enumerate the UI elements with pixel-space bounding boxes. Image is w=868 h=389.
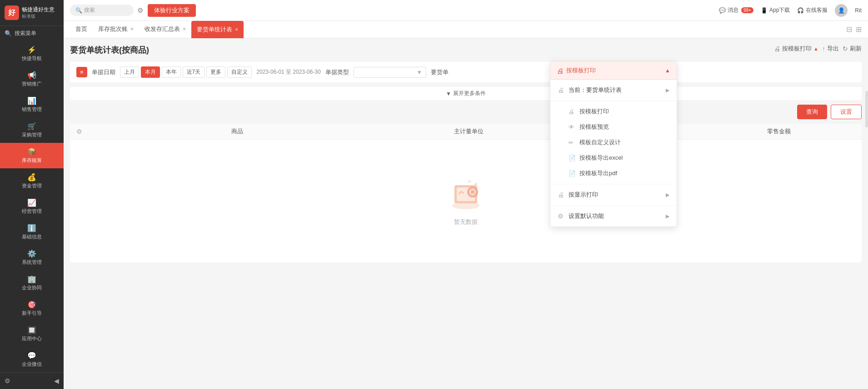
template-custom-icon: ✏ [569, 139, 576, 146]
sidebar-item-quick-nav[interactable]: ⚡ 快捷导航 [0, 41, 64, 66]
date-btn-7days[interactable]: 近7天 [183, 66, 205, 78]
sales-icon: 📊 [27, 96, 36, 105]
main-area: 🔍 搜索 ⚙ 体验行业方案 💬 消息 99+ 📱 App下载 🎧 在线客服 👤 … [64, 0, 868, 389]
dropdown-current-item[interactable]: 🖨 当前：要货单统计表 ▶ [550, 82, 677, 98]
expand-more-bar: ▼ 展开更多条件 [70, 87, 862, 100]
refresh-btn[interactable]: ↻ 刷新 [843, 45, 862, 53]
tab-order-stats[interactable]: 要货单统计表 × [191, 21, 244, 38]
message-badge: 99+ [741, 7, 753, 13]
sidebar-settings-button[interactable]: ⚙ [5, 377, 10, 384]
template-excel-icon: 📄 [569, 155, 576, 162]
sidebar-item-finance[interactable]: 💰 资金管理 [0, 168, 64, 194]
topbar-gear-icon[interactable]: ⚙ [137, 6, 143, 15]
inventory-icon: 📦 [27, 147, 36, 156]
tab-expand-area: ⊟ ⊞ [846, 25, 862, 34]
dropdown-header: 🖨 按模板打印 ▲ [550, 62, 677, 80]
search-icon: 🔍 [5, 30, 12, 37]
tab-close-order-stats[interactable]: × [235, 26, 238, 33]
dropdown-collapse-icon[interactable]: ▲ [665, 67, 670, 74]
date-label: 单据日期 [92, 68, 115, 76]
purchase-icon: 🛒 [27, 122, 36, 131]
content-toolbar: 🖨 按模板打印 ▲ ↑ 导出 ↻ 刷新 [774, 45, 862, 53]
dropdown-template-preview[interactable]: 👁 按模板预览 [550, 119, 677, 135]
current-arrow-icon: ▶ [666, 87, 669, 93]
dropdown-template-print[interactable]: 🖨 按模板打印 [550, 104, 677, 119]
online-service-btn[interactable]: 🎧 在线客服 [797, 6, 828, 14]
tab-batch-account[interactable]: 库存批次账 × [93, 21, 139, 38]
filter-expand-button[interactable]: ≡ [76, 67, 87, 77]
sidebar-item-appstore[interactable]: 🔲 应用中心 [0, 321, 64, 347]
sidebar-item-system[interactable]: ⚙️ 系统管理 [0, 245, 64, 270]
date-btn-more[interactable]: 更多 [206, 66, 225, 78]
dropdown-template-custom[interactable]: ✏ 模板自定义设计 [550, 135, 677, 150]
app-download-btn[interactable]: 📱 App下载 [761, 6, 790, 14]
headset-icon: 🎧 [797, 7, 804, 14]
default-func-arrow-icon: ▶ [666, 213, 669, 219]
sidebar-item-operation[interactable]: 📈 经营管理 [0, 194, 64, 219]
settings-btn[interactable]: 设置 [831, 105, 862, 119]
tab-close-batch-account[interactable]: × [130, 26, 134, 32]
topbar: 🔍 搜索 ⚙ 体验行业方案 💬 消息 99+ 📱 App下载 🎧 在线客服 👤 … [64, 0, 868, 21]
sidebar-item-enterprise[interactable]: 🏢 企业协同 [0, 270, 64, 296]
right-scrollbar[interactable] [865, 91, 868, 127]
current-print-icon: 🖨 [558, 86, 565, 94]
marketing-icon: 📢 [27, 71, 36, 80]
sidebar-item-basic[interactable]: ℹ️ 基础信息 [0, 219, 64, 245]
dropdown-print-icon: 🖨 [557, 67, 564, 75]
sidebar-item-wechat[interactable]: 💬 企业微信 [0, 347, 64, 372]
date-btn-this-month[interactable]: 本月 [141, 66, 160, 78]
tab-home[interactable]: 首页 [70, 21, 93, 38]
dropdown-template-section: 🖨 按模板打印 👁 按模板预览 ✏ 模板自定义设计 📄 按模板导出excel 📄 [550, 101, 677, 184]
chevron-down-icon: ▼ [446, 91, 451, 97]
dropdown-header-controls: ▲ [665, 67, 670, 74]
page-title: 要货单统计表(按商品) [70, 45, 862, 56]
date-btn-this-year[interactable]: 本年 [162, 66, 181, 78]
sidebar-item-purchase[interactable]: 🛒 采购管理 [0, 117, 64, 143]
date-group: 上月 本月 本年 近7天 更多 自定义 [120, 66, 252, 78]
sidebar-nav: ⚡ 快捷导航 📢 营销推广 📊 销售管理 🛒 采购管理 📦 库存核算 💰 资金管… [0, 41, 64, 372]
sidebar-item-inventory[interactable]: 📦 库存核算 [0, 143, 64, 168]
sidebar-collapse-button[interactable]: ◀ [54, 377, 59, 384]
date-range-display: 2023-06-01 至 2023-06-30 [256, 68, 320, 76]
dropdown-display-print[interactable]: 🖨 按显示打印 ▶ [550, 187, 677, 202]
print-icon: 🖨 [774, 45, 780, 52]
sidebar-item-marketing[interactable]: 📢 营销推广 [0, 66, 64, 92]
expand-more-btn[interactable]: ▼ 展开更多条件 [439, 87, 493, 100]
template-print-icon: 🖨 [569, 108, 576, 115]
quick-nav-icon: ⚡ [27, 45, 36, 54]
sidebar-item-guide[interactable]: 🎯 新手引导 [0, 296, 64, 321]
tab-collapse-icon[interactable]: ⊟ [846, 25, 852, 34]
app-name: 畅捷通好生意 标准版 [22, 6, 55, 20]
sidebar-search[interactable]: 🔍 搜索菜单 [0, 26, 64, 41]
query-btn[interactable]: 查询 [797, 105, 827, 119]
dropdown-default-section: ⚙ 设置默认功能 ▶ [550, 206, 677, 227]
print-template-btn[interactable]: 🖨 按模板打印 ▲ [774, 45, 818, 53]
print-chevron-up-icon[interactable]: ▲ [813, 46, 818, 51]
user-avatar[interactable]: 👤 [835, 4, 848, 17]
sidebar-item-sales[interactable]: 📊 销售管理 [0, 92, 64, 117]
dropdown-template-pdf[interactable]: 📄 按模板导出pdf [550, 166, 677, 181]
table-gear-icon[interactable]: ⚙ [76, 128, 82, 135]
date-btn-last-month[interactable]: 上月 [120, 66, 139, 78]
col-product: 商品 [84, 127, 390, 136]
default-func-icon: ⚙ [558, 212, 565, 220]
date-btn-custom[interactable]: 自定义 [227, 66, 252, 78]
display-print-arrow-icon: ▶ [666, 192, 669, 198]
dropdown-template-excel[interactable]: 📄 按模板导出excel [550, 150, 677, 166]
tab-expand-icon[interactable]: ⊞ [856, 25, 862, 34]
app-logo-icon: 好 [5, 5, 19, 20]
topbar-search[interactable]: 🔍 搜索 [70, 5, 134, 16]
dropdown-current-section: 🖨 当前：要货单统计表 ▶ [550, 80, 677, 101]
print-dropdown: 🖨 按模板打印 ▲ 🖨 当前：要货单统计表 ▶ 🖨 按模板打印 [550, 61, 677, 227]
tab-receipt-summary[interactable]: 收发存汇总表 × [139, 21, 191, 38]
action-row: 查询 设置 [70, 105, 862, 119]
download-icon: 📱 [761, 7, 768, 14]
tab-close-receipt-summary[interactable]: × [183, 26, 186, 32]
export-btn[interactable]: ↑ 导出 [822, 45, 839, 53]
appstore-icon: 🔲 [27, 326, 36, 334]
filter-bar: ≡ 单据日期 上月 本月 本年 近7天 更多 自定义 2023-06-01 至 … [70, 62, 862, 82]
dropdown-default-func[interactable]: ⚙ 设置默认功能 ▶ [550, 208, 677, 224]
trial-btn[interactable]: 体验行业方案 [148, 4, 196, 17]
doc-type-select[interactable]: ▼ [354, 67, 426, 78]
messages-btn[interactable]: 💬 消息 99+ [719, 6, 753, 14]
